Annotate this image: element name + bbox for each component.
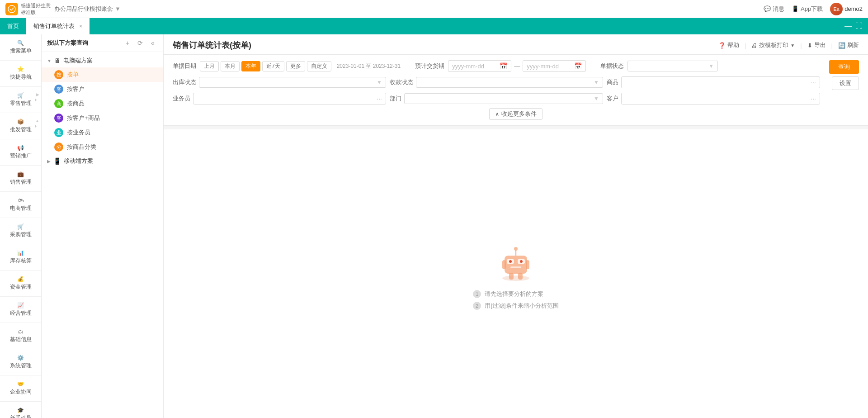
sidebar-item-purchase[interactable]: 🛒 采购管理 <box>0 220 41 242</box>
sidebar-item-operations[interactable]: 📈 经营管理 <box>0 299 41 321</box>
message-btn[interactable]: 💬 消息 <box>764 5 784 13</box>
expected-date-from[interactable]: yyyy-mm-dd 📅 <box>448 60 511 72</box>
scheme-item-by-salesperson[interactable]: 业 按业务员 <box>42 125 163 140</box>
date-btn-this-year[interactable]: 本年 <box>241 61 260 71</box>
scheme-group-mobile[interactable]: ▶ 📱 移动端方案 <box>42 154 163 168</box>
date-label: 单据日期 <box>173 62 196 70</box>
svg-rect-7 <box>510 266 521 268</box>
sidebar-item-newbie[interactable]: 🎓 新手引导 <box>0 404 41 418</box>
scheme-item-by-customer-product[interactable]: 客 按客户+商品 <box>42 111 163 125</box>
pc-group-label: 电脑端方案 <box>63 57 93 65</box>
tab-close-icon[interactable]: × <box>79 23 82 29</box>
receipt-label: 收款状态 <box>390 78 413 86</box>
receipt-dropdown-icon: ▼ <box>594 79 599 86</box>
sidebar-item-finance[interactable]: 💰 资金管理 <box>0 272 41 294</box>
sidebar-item-wholesale[interactable]: 📦 批发管理 ▲ <box>0 115 41 137</box>
salesperson-label: 业务员 <box>173 95 190 103</box>
customer-label: 客户 <box>607 95 618 103</box>
sidebar-item-basic[interactable]: 🗂 基础信息 <box>0 325 41 347</box>
dept-select[interactable]: ▼ <box>404 93 603 104</box>
refresh-btn[interactable]: 🔄 刷新 <box>838 41 859 49</box>
settings-button[interactable]: 设置 <box>832 76 859 90</box>
tab-home[interactable]: 首页 <box>0 18 26 34</box>
tab-sales-label: 销售订单统计表 <box>33 22 75 30</box>
search-button[interactable]: 查询 <box>829 60 859 74</box>
salesperson-col: 业务员 ··· <box>173 93 386 104</box>
filter-area: 单据日期 上月 本月 本年 近7天 更多 自定义 2023-01-01 至 20… <box>164 55 868 126</box>
app-download-btn[interactable]: 📱 App下载 <box>792 5 823 13</box>
header-dropdown-icon[interactable]: ▼ <box>115 5 121 12</box>
separator3: | <box>831 42 833 49</box>
product-more-icon[interactable]: ··· <box>811 79 816 86</box>
main-layout: 🔍 搜索菜单 ⭐ 快捷导航 🛒 零售管理 ▶ 📦 批发管理 ▲ <box>0 34 868 418</box>
system-icon: ⚙️ <box>17 355 24 361</box>
date-btn-more[interactable]: 更多 <box>286 61 305 71</box>
page-actions: ❓ 帮助 | 🖨 按模板打印 ▼ | ⬇ 导出 | <box>718 41 859 49</box>
sidebar-item-ecommerce[interactable]: 🛍 电商管理 <box>0 194 41 216</box>
sidebar-wholesale-section: 📦 批发管理 ▲ <box>0 113 41 139</box>
product-select[interactable]: ··· <box>621 76 820 88</box>
sidebar-search[interactable]: 🔍 搜索菜单 <box>0 36 41 58</box>
svg-rect-11 <box>518 273 523 280</box>
search-icon: 🔍 <box>17 40 24 46</box>
collapse-filters-btn[interactable]: ∧ 收起更多条件 <box>489 108 542 120</box>
scheme-item-by-customer[interactable]: 客 按客户 <box>42 82 163 96</box>
sidebar-sales-section: 💼 销售管理 <box>0 166 41 192</box>
message-icon: 💬 <box>764 5 771 12</box>
scheme-label-by-category: 按商品分类 <box>67 143 96 151</box>
pc-group-icon: 🖥 <box>54 57 61 64</box>
sidebar-item-inventory[interactable]: 📊 库存核算 <box>0 246 41 268</box>
sidebar-item-retail[interactable]: 🛒 零售管理 ▶ <box>0 89 41 111</box>
expected-date-to[interactable]: yyyy-mm-dd 📅 <box>523 60 586 72</box>
svg-rect-10 <box>509 273 514 280</box>
empty-tip-2: 2 用[过滤]条件来缩小分析范围 <box>473 302 558 310</box>
delivery-select[interactable]: ▼ <box>199 77 386 88</box>
scheme-item-by-category[interactable]: 分 按商品分类 <box>42 140 163 154</box>
export-btn[interactable]: ⬇ 导出 <box>807 41 826 49</box>
tab-sales-order-stats[interactable]: 销售订单统计表 × <box>26 18 90 34</box>
customer-col: 客户 ··· <box>607 93 820 104</box>
add-scheme-btn[interactable]: + <box>123 38 132 48</box>
refresh-scheme-btn[interactable]: ⟳ <box>135 38 145 48</box>
tab-minimize-btn[interactable]: — <box>844 22 852 30</box>
empty-tip-1: 1 请先选择要分析的方案 <box>473 290 558 298</box>
tip-text-2: 用[过滤]条件来缩小分析范围 <box>485 302 558 310</box>
customer-more-icon[interactable]: ··· <box>811 95 816 102</box>
svg-rect-9 <box>526 260 529 269</box>
sidebar-item-enterprise[interactable]: 🤝 企业协同 <box>0 377 41 399</box>
filter-actions-col: 查询 设置 <box>826 60 859 90</box>
svg-point-5 <box>509 260 512 263</box>
date-shortcuts: 上月 本月 本年 近7天 更多 自定义 <box>200 61 331 71</box>
customer-select[interactable]: ··· <box>621 93 820 104</box>
date-btn-7days[interactable]: 近7天 <box>262 61 284 71</box>
print-btn[interactable]: 🖨 按模板打印 ▼ <box>751 41 795 49</box>
tip-number-2: 2 <box>473 302 481 310</box>
doc-status-select[interactable]: ▼ <box>627 61 718 71</box>
sidebar-system-section: ⚙️ 系统管理 <box>0 349 41 375</box>
date-btn-last-month[interactable]: 上月 <box>200 61 219 71</box>
date-btn-this-month[interactable]: 本月 <box>221 61 240 71</box>
purchase-icon: 🛒 <box>17 223 24 230</box>
empty-tips: 1 请先选择要分析的方案 2 用[过滤]条件来缩小分析范围 <box>473 290 558 310</box>
scheme-item-by-order[interactable]: 按 按单 <box>42 67 163 82</box>
tab-maximize-btn[interactable]: ⛶ <box>855 22 863 30</box>
empty-illustration <box>489 238 543 283</box>
collapse-panel-btn[interactable]: « <box>148 38 158 48</box>
scheme-group-pc[interactable]: ▼ 🖥 电脑端方案 <box>42 54 163 67</box>
sidebar-item-sales[interactable]: 💼 销售管理 <box>0 167 41 190</box>
separator2: | <box>800 42 802 49</box>
scheme-item-by-product[interactable]: 商 按商品 <box>42 96 163 111</box>
svg-rect-2 <box>505 256 527 274</box>
sidebar-item-system[interactable]: ⚙️ 系统管理 <box>0 351 41 373</box>
date-btn-custom[interactable]: 自定义 <box>307 61 331 71</box>
receipt-select[interactable]: ▼ <box>416 77 603 88</box>
sidebar-quicknav[interactable]: ⭐ 快捷导航 <box>0 62 41 85</box>
sidebar-item-marketing[interactable]: 📢 营销推广 <box>0 141 41 163</box>
sidebar-operations-section: 📈 经营管理 <box>0 297 41 323</box>
print-icon: 🖨 <box>751 42 757 49</box>
help-btn[interactable]: ❓ 帮助 <box>718 41 739 49</box>
scheme-section: ▼ 🖥 电脑端方案 按 按单 客 按客户 商 按商品 客 <box>42 52 163 170</box>
salesperson-select[interactable]: ··· <box>193 93 386 104</box>
salesperson-more-icon[interactable]: ··· <box>377 95 382 102</box>
user-area[interactable]: Ea demo2 <box>830 3 863 15</box>
